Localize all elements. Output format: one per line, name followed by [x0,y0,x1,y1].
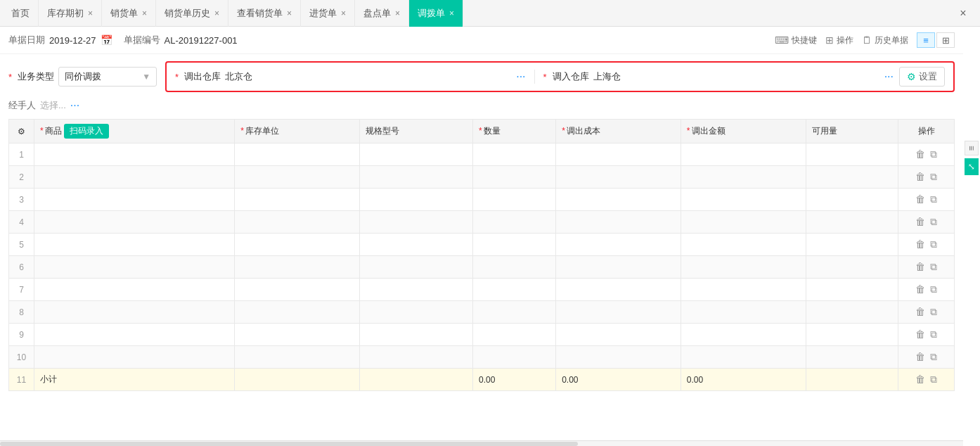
cost-cell-10[interactable] [556,346,681,369]
copy-icon-3[interactable]: ⧉ [930,193,937,205]
tab-sales-order[interactable]: 销货单 × [102,0,156,27]
tab-purchase-close[interactable]: × [341,8,346,18]
quantity-cell-6[interactable] [472,256,555,279]
delete-icon-2[interactable]: 🗑 [915,171,925,182]
quantity-cell-7[interactable] [472,279,555,301]
tab-stocktake-close[interactable]: × [395,8,400,18]
tab-transfer-close[interactable]: × [449,8,454,18]
copy-icon-1[interactable]: ⧉ [930,148,937,160]
amount-cell-5[interactable] [681,234,806,256]
spec-cell-7[interactable] [359,279,472,301]
tab-transfer[interactable]: 调拨单 × [409,0,463,27]
copy-icon-9[interactable]: ⧉ [930,329,937,340]
amount-cell-7[interactable] [681,279,806,301]
spec-cell-6[interactable] [359,256,472,279]
quantity-cell-10[interactable] [472,346,555,369]
amount-cell-1[interactable] [681,144,806,166]
amount-cell-2[interactable] [681,166,806,189]
product-cell-5[interactable] [34,234,235,256]
person-placeholder[interactable]: 选择... [40,99,66,112]
tab-view-sales-close[interactable]: × [287,8,292,18]
quantity-cell-3[interactable] [472,189,555,211]
tab-sales-history[interactable]: 销货单历史 × [156,0,228,27]
tab-view-sales[interactable]: 查看销货单 × [228,0,301,27]
unit-cell-3[interactable] [235,189,360,211]
product-cell-2[interactable] [34,166,235,189]
cost-cell-1[interactable] [556,144,681,166]
scan-button[interactable]: 扫码录入 [64,124,109,139]
cost-cell-8[interactable] [556,301,681,324]
delete-icon-7[interactable]: 🗑 [915,283,925,295]
warehouse-out-more-icon[interactable]: ··· [516,70,525,83]
delete-icon-4[interactable]: 🗑 [915,216,925,227]
sidebar-expand-button[interactable]: ⤢ [965,158,979,175]
amount-cell-3[interactable] [681,189,806,211]
delete-icon-1[interactable]: 🗑 [915,148,925,160]
unit-cell-10[interactable] [235,346,360,369]
calendar-icon[interactable]: 📅 [101,34,112,46]
amount-cell-10[interactable] [681,346,806,369]
spec-cell-9[interactable] [359,324,472,346]
amount-cell-8[interactable] [681,301,806,324]
quantity-cell-9[interactable] [472,324,555,346]
spec-cell-2[interactable] [359,166,472,189]
copy-icon-7[interactable]: ⧉ [930,283,937,295]
settings-button[interactable]: ⚙ 设置 [899,67,945,87]
cost-cell-6[interactable] [556,256,681,279]
amount-cell-4[interactable] [681,211,806,234]
cost-cell-5[interactable] [556,234,681,256]
grid-view-button[interactable]: ⊞ [936,32,955,48]
delete-icon-8[interactable]: 🗑 [915,306,925,317]
product-cell-8[interactable] [34,301,235,324]
copy-icon-10[interactable]: ⧉ [930,351,937,362]
spec-cell-4[interactable] [359,211,472,234]
unit-cell-9[interactable] [235,324,360,346]
unit-cell-6[interactable] [235,256,360,279]
history-button[interactable]: 🗒 历史单据 [862,34,908,46]
shortcuts-button[interactable]: ⌨ 快捷键 [775,34,817,46]
unit-cell-5[interactable] [235,234,360,256]
delete-icon-10[interactable]: 🗑 [915,351,925,362]
spec-cell-5[interactable] [359,234,472,256]
unit-cell-2[interactable] [235,166,360,189]
delete-icon-3[interactable]: 🗑 [915,193,925,205]
product-cell-4[interactable] [34,211,235,234]
copy-icon-8[interactable]: ⧉ [930,306,937,317]
tab-purchase[interactable]: 进货单 × [301,0,355,27]
spec-cell-8[interactable] [359,301,472,324]
spec-cell-10[interactable] [359,346,472,369]
cost-cell-9[interactable] [556,324,681,346]
cost-cell-4[interactable] [556,211,681,234]
product-cell-6[interactable] [34,256,235,279]
copy-icon[interactable]: ⧉ [930,374,937,385]
product-cell-1[interactable] [34,144,235,166]
delete-icon-5[interactable]: 🗑 [915,238,925,250]
unit-cell-4[interactable] [235,211,360,234]
product-cell-10[interactable] [34,346,235,369]
spec-cell-3[interactable] [359,189,472,211]
cost-cell-2[interactable] [556,166,681,189]
unit-cell-8[interactable] [235,301,360,324]
warehouse-in-more-icon[interactable]: ··· [884,70,894,83]
product-cell-7[interactable] [34,279,235,301]
tab-inventory-init-close[interactable]: × [88,8,93,18]
spec-cell-1[interactable] [359,144,472,166]
person-more-icon[interactable]: ··· [70,99,79,112]
sidebar-list-button[interactable]: ≡ [965,141,979,155]
quantity-cell-2[interactable] [472,166,555,189]
amount-cell-9[interactable] [681,324,806,346]
amount-cell-6[interactable] [681,256,806,279]
quantity-cell-8[interactable] [472,301,555,324]
product-cell-3[interactable] [34,189,235,211]
copy-icon-2[interactable]: ⧉ [930,171,937,182]
quantity-cell-1[interactable] [472,144,555,166]
list-view-button[interactable]: ≡ [917,32,935,48]
product-cell-9[interactable] [34,324,235,346]
unit-cell-1[interactable] [235,144,360,166]
copy-icon-5[interactable]: ⧉ [930,238,937,250]
quantity-cell-5[interactable] [472,234,555,256]
business-type-select[interactable]: 同价调拨 ▼ [58,67,157,87]
unit-cell-7[interactable] [235,279,360,301]
copy-icon-4[interactable]: ⧉ [930,216,937,227]
operations-button[interactable]: ⊞ 操作 [825,34,853,46]
